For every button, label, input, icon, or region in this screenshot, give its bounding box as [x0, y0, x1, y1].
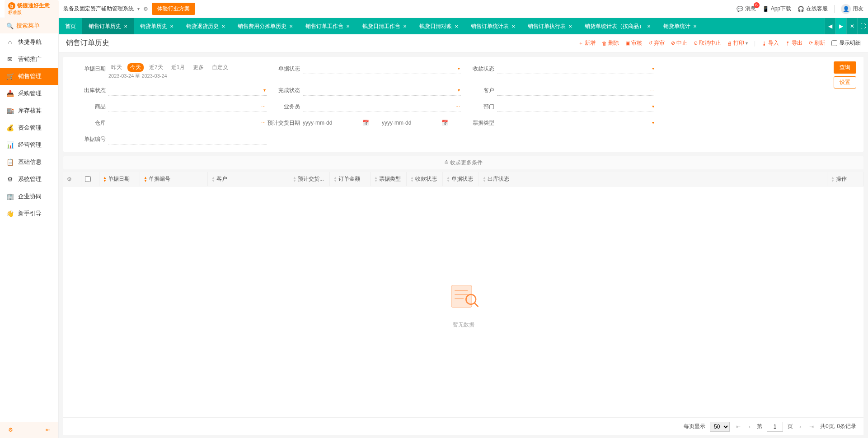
- date-pill-2[interactable]: 近7天: [146, 63, 166, 72]
- page-last[interactable]: ⇥: [807, 424, 816, 430]
- warehouse-select[interactable]: ⋯: [108, 117, 267, 128]
- tab-4[interactable]: 销售费用分摊单历史✕: [231, 18, 299, 34]
- abandon-button[interactable]: ↺弃审: [648, 39, 665, 47]
- column-header-5[interactable]: ▲▼预计交货...: [289, 172, 330, 186]
- sidebar-item-7[interactable]: 📋基础信息: [0, 154, 58, 171]
- sidebar-item-0[interactable]: ⌂快捷导航: [0, 33, 58, 51]
- messages-button[interactable]: 💬 消息 6: [737, 5, 756, 13]
- search-menu[interactable]: 🔍 搜索菜单: [0, 18, 58, 33]
- settings-button[interactable]: 设置: [834, 76, 856, 89]
- tab-scroll-right[interactable]: ▶: [835, 18, 846, 34]
- column-header-8[interactable]: ▲▼收款状态: [407, 172, 443, 186]
- tab-8[interactable]: 销售订单统计表✕: [464, 18, 521, 34]
- column-header-10[interactable]: ▲▼出库状态: [479, 172, 827, 186]
- unstop-button[interactable]: ⊙取消中止: [694, 39, 721, 47]
- close-icon[interactable]: ✕: [511, 24, 515, 29]
- tab-6[interactable]: 钱货日清工作台✕: [356, 18, 413, 34]
- calendar-icon[interactable]: 📅: [441, 120, 448, 126]
- sidebar-item-4[interactable]: 🏬库存核算: [0, 102, 58, 119]
- column-header-0[interactable]: ⚙: [63, 172, 81, 186]
- product-select[interactable]: ⋯: [108, 101, 267, 112]
- column-header-3[interactable]: ▲▼单据编号: [140, 172, 208, 186]
- column-header-4[interactable]: ▲▼客户: [208, 172, 289, 186]
- close-icon[interactable]: ✕: [289, 24, 293, 29]
- refresh-button[interactable]: ⟳刷新: [809, 39, 825, 47]
- date-pill-1[interactable]: 今天: [127, 63, 144, 72]
- show-detail-checkbox[interactable]: 显示明细: [831, 39, 861, 47]
- tab-9[interactable]: 销售订单执行表✕: [521, 18, 578, 34]
- column-header-6[interactable]: ▲▼订单金额: [330, 172, 371, 186]
- column-header-7[interactable]: ▲▼票据类型: [371, 172, 407, 186]
- sidebar-item-9[interactable]: 🏢企业协同: [0, 188, 58, 205]
- close-icon[interactable]: ✕: [403, 24, 407, 29]
- sidebar-item-5[interactable]: 💰资金管理: [0, 119, 58, 136]
- user-menu[interactable]: 👤 用友: [841, 4, 863, 14]
- customer-select[interactable]: ⋯: [497, 85, 655, 96]
- calendar-icon[interactable]: 📅: [362, 120, 369, 126]
- tab-5[interactable]: 销售订单工作台✕: [299, 18, 356, 34]
- tab-fullscreen[interactable]: ⛶: [857, 18, 868, 34]
- close-icon[interactable]: ✕: [221, 24, 225, 29]
- column-header-1[interactable]: [81, 172, 99, 186]
- expected-date-to[interactable]: [382, 117, 450, 128]
- column-header-11[interactable]: ▲▼操作: [827, 172, 863, 186]
- close-icon[interactable]: ✕: [568, 24, 572, 29]
- close-icon[interactable]: ✕: [124, 24, 127, 29]
- bill-status-select[interactable]: ▾: [303, 63, 461, 74]
- collapse-filters[interactable]: ≙ 收起更多条件: [63, 156, 863, 169]
- sidebar-item-2[interactable]: 🛒销售管理: [0, 68, 58, 85]
- close-icon[interactable]: ✕: [693, 24, 697, 29]
- date-pill-4[interactable]: 更多: [190, 63, 206, 72]
- settings-icon[interactable]: ⚙: [8, 427, 13, 433]
- query-button[interactable]: 查询: [834, 61, 856, 74]
- new-button[interactable]: ＋新增: [578, 39, 596, 47]
- finish-status-select[interactable]: ▾: [303, 85, 461, 96]
- tab-scroll-left[interactable]: ◀: [825, 18, 835, 34]
- tab-1[interactable]: 销售订单历史✕: [82, 18, 134, 34]
- receipt-status-select[interactable]: ▾: [497, 63, 655, 74]
- audit-button[interactable]: ▣审核: [625, 39, 642, 47]
- close-icon[interactable]: ✕: [455, 24, 458, 29]
- date-pill-3[interactable]: 近1月: [169, 63, 188, 72]
- tab-3[interactable]: 销货退货历史✕: [180, 18, 231, 34]
- stop-button[interactable]: ⊘中止: [671, 39, 687, 47]
- per-page-select[interactable]: 50: [710, 422, 730, 432]
- online-service-button[interactable]: 🎧 在线客服: [798, 5, 828, 13]
- tab-2[interactable]: 销货单历史✕: [134, 18, 180, 34]
- dept-select[interactable]: ▾: [497, 101, 655, 112]
- tab-7[interactable]: 钱货日清对账✕: [413, 18, 464, 34]
- date-pill-0[interactable]: 昨天: [108, 63, 125, 72]
- print-button[interactable]: 🖨打印 ▾: [727, 39, 748, 47]
- app-download-button[interactable]: 📱 App下载: [762, 5, 791, 13]
- column-header-2[interactable]: ▲▼单据日期: [99, 172, 140, 186]
- bill-no-input[interactable]: [108, 134, 267, 144]
- collapse-sidebar-icon[interactable]: ⇤: [46, 427, 50, 433]
- sidebar-item-10[interactable]: 👋新手引导: [0, 205, 58, 222]
- page-input[interactable]: [767, 422, 783, 432]
- expected-date-from[interactable]: [303, 117, 371, 128]
- date-pill-5[interactable]: 自定义: [209, 63, 231, 72]
- tab-10[interactable]: 销货单统计表（按商品）✕: [578, 18, 657, 34]
- close-icon[interactable]: ✕: [170, 24, 174, 29]
- sidebar-item-6[interactable]: 📊经营管理: [0, 136, 58, 154]
- sidebar-item-3[interactable]: 📥采购管理: [0, 85, 58, 102]
- page-prev[interactable]: ‹: [747, 424, 752, 430]
- select-all-checkbox[interactable]: [85, 176, 91, 182]
- import-button[interactable]: ⭳导入: [762, 39, 779, 47]
- tab-0[interactable]: 首页: [59, 18, 82, 34]
- sidebar-item-1[interactable]: ✉营销推广: [0, 51, 58, 68]
- column-header-9[interactable]: ▲▼单据状态: [443, 172, 479, 186]
- delete-button[interactable]: 🗑删除: [602, 39, 619, 47]
- sidebar-item-8[interactable]: ⚙系统管理: [0, 171, 58, 188]
- close-icon[interactable]: ✕: [346, 24, 350, 29]
- page-first[interactable]: ⇤: [734, 424, 742, 430]
- tab-close-all[interactable]: ✕: [846, 18, 857, 34]
- close-icon[interactable]: ✕: [647, 24, 651, 29]
- tab-11[interactable]: 销货单统计✕: [657, 18, 703, 34]
- system-selector[interactable]: 装备及固定资产辅助管理系统 ▾: [63, 5, 140, 13]
- industry-plan-button[interactable]: 体验行业方案: [152, 3, 195, 15]
- out-status-select[interactable]: ▾: [108, 85, 267, 96]
- gear-icon[interactable]: ⚙: [67, 176, 72, 182]
- export-button[interactable]: ⭱导出: [785, 39, 802, 47]
- invoice-type-select[interactable]: ▾: [497, 117, 655, 128]
